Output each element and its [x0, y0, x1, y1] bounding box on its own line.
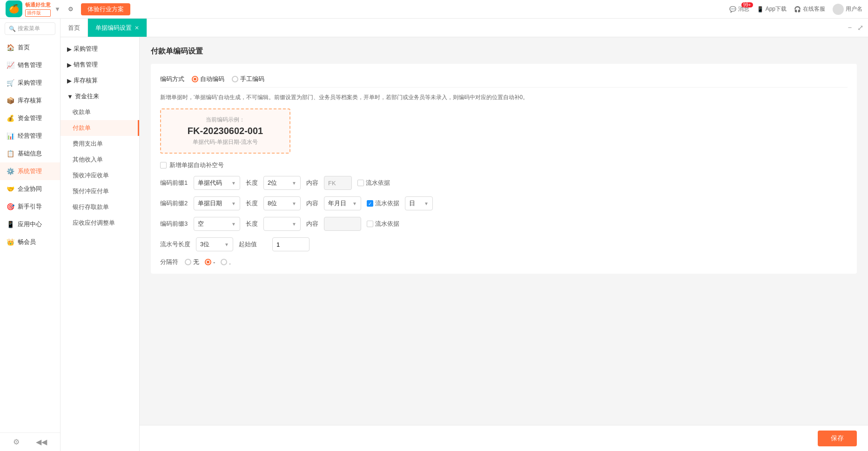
- minimize-icon[interactable]: －: [846, 23, 854, 33]
- search-button[interactable]: 🔍 搜索菜单: [5, 22, 55, 35]
- sidebar-item-bank[interactable]: 银行存取款单: [61, 199, 139, 215]
- sidebar-item-basic[interactable]: 📋 基础信息: [0, 145, 60, 162]
- encoding-radio-group: 自动编码 手工编码: [192, 75, 264, 83]
- prefix2-content-select[interactable]: 年月日 ▼: [324, 196, 361, 210]
- sidebar-item-finance[interactable]: 💰 资金管理: [0, 109, 60, 127]
- prefix1-select[interactable]: 单据代码 ▼: [194, 176, 240, 190]
- prefix3-length-select[interactable]: ▼: [263, 217, 301, 231]
- separator-label: 分隔符: [160, 258, 178, 266]
- trial-button[interactable]: 体验行业方案: [81, 3, 130, 15]
- group-sales-title[interactable]: ▶ 销售管理: [61, 57, 139, 73]
- app-download-button[interactable]: 📱 App下载: [757, 5, 787, 13]
- group-purchase-title[interactable]: ▶ 采购管理: [61, 41, 139, 57]
- collapse-icon[interactable]: ◀◀: [36, 438, 47, 446]
- sep-dash-dot: [205, 259, 211, 265]
- group-arrow-icon: ▶: [67, 61, 72, 68]
- auto-radio[interactable]: 自动编码: [192, 75, 224, 83]
- prefix2-arrow: ▼: [231, 201, 236, 206]
- prefix2-length-select[interactable]: 8位 ▼: [263, 196, 301, 210]
- separator-options: 无 - .: [185, 258, 231, 266]
- sidebar-item-guide[interactable]: 🎯 新手引导: [0, 198, 60, 215]
- sidebar-item-other-income[interactable]: 其他收入单: [61, 152, 139, 168]
- sidebar-item-apps[interactable]: 📱 应用中心: [0, 215, 60, 233]
- sep-none-radio[interactable]: 无: [185, 258, 199, 266]
- prefix1-length-select[interactable]: 2位 ▼: [263, 176, 301, 190]
- sep-dash-radio[interactable]: -: [205, 259, 215, 266]
- save-button[interactable]: 保存: [818, 431, 857, 446]
- sidebar-item-enterprise[interactable]: 🤝 企业协同: [0, 180, 60, 198]
- sep-dot-radio[interactable]: .: [221, 259, 231, 266]
- sidebar-item-advance-pay[interactable]: 预付冲应付单: [61, 183, 139, 199]
- dropdown-arrow[interactable]: ▼: [54, 6, 61, 13]
- auto-radio-label: 自动编码: [200, 75, 224, 83]
- prefix1-serial-label: 流水依据: [366, 179, 390, 187]
- description-text: 新增单据时，'单据编码'自动生成，不可编辑。前缀设置为部门、业务员等档案类，开单…: [160, 93, 848, 102]
- service-icon: 🎧: [794, 6, 801, 13]
- tab-encoding[interactable]: 单据编码设置 ✕: [88, 19, 147, 37]
- start-value-input[interactable]: [272, 237, 310, 251]
- group-sales: ▶ 销售管理: [61, 57, 139, 73]
- group-finance-title[interactable]: ▼ 资金往来: [61, 88, 139, 104]
- sidebar-item-expense[interactable]: 费用支出单: [61, 136, 139, 152]
- prefix2-serial-label: 流水依据: [375, 199, 399, 208]
- manual-radio[interactable]: 手工编码: [232, 75, 264, 83]
- sidebar-item-inventory[interactable]: 📦 库存核算: [0, 92, 60, 109]
- auto-fill-checkbox[interactable]: [160, 162, 167, 168]
- group-label: 销售管理: [74, 61, 98, 69]
- tab-close-icon[interactable]: ✕: [135, 25, 139, 31]
- message-badge: 99+: [741, 2, 753, 7]
- group-inventory-title[interactable]: ▶ 库存核算: [61, 73, 139, 88]
- prefix2-cycle-select[interactable]: 日 ▼: [405, 196, 433, 210]
- bottom-bar: 保存: [140, 425, 868, 451]
- company-name: 畅通好生意: [25, 1, 51, 8]
- prefix3-serial-label: 流水依据: [375, 220, 399, 228]
- sidebar-item-label: 企业协同: [18, 185, 42, 193]
- sidebar-item-home[interactable]: 🏠 首页: [0, 39, 60, 56]
- second-sidebar: ▶ 采购管理 ▶ 销售管理 ▶ 库存核算: [61, 37, 140, 451]
- app-icon: 📱: [757, 6, 764, 13]
- service-button[interactable]: 🎧 在线客服: [794, 5, 825, 13]
- maximize-icon[interactable]: ⤢: [857, 23, 863, 32]
- prefix3-select[interactable]: 空 ▼: [194, 217, 240, 231]
- message-button[interactable]: 💬 消息 99+: [729, 5, 749, 13]
- group-label: 采购管理: [74, 45, 98, 53]
- main-layout: 🔍 搜索菜单 🏠 首页 📈 销售管理 🛒 采购管理 📦 库存核算 💰: [0, 19, 868, 451]
- sidebar-item-label: 库存核算: [18, 96, 42, 105]
- sidebar-item-system[interactable]: ⚙️ 系统管理: [0, 162, 60, 180]
- prefix1-content-input[interactable]: [324, 176, 352, 190]
- sidebar-item-receipt[interactable]: 收款单: [61, 104, 139, 120]
- prefix2-row: 编码前缀2 单据日期 ▼ 长度 8位 ▼ 内容: [160, 196, 848, 210]
- prefix3-serial-checkbox[interactable]: 流水依据: [367, 220, 399, 228]
- prefix3-length-arrow: ▼: [292, 222, 296, 227]
- sidebar-item-payment[interactable]: 付款单: [61, 120, 139, 136]
- member-icon: 👑: [7, 238, 14, 246]
- company-tag: 插件版: [25, 9, 51, 17]
- separator-row: 分隔符 无 -: [160, 258, 848, 266]
- sidebar-bottom: ⚙ ◀◀: [0, 432, 60, 451]
- home-icon: 🏠: [7, 44, 14, 51]
- settings-icon[interactable]: ⚙: [64, 3, 77, 16]
- prefix1-value: 单据代码: [198, 179, 222, 187]
- prefix2-serial-checkbox[interactable]: ✓ 流水依据: [367, 199, 399, 208]
- sidebar-item-advance-recv[interactable]: 预收冲应收单: [61, 168, 139, 183]
- settings-bottom-icon[interactable]: ⚙: [13, 438, 20, 446]
- prefix3-content-input[interactable]: [324, 217, 361, 231]
- left-sidebar: 🔍 搜索菜单 🏠 首页 📈 销售管理 🛒 采购管理 📦 库存核算 💰: [0, 19, 61, 451]
- group-finance: ▼ 资金往来 收款单 付款单 费用支出单 其他收入单 预收冲应收单 预付冲应付单…: [61, 88, 139, 231]
- serial-row: 流水号长度 3位 ▼ 起始值: [160, 237, 848, 251]
- tab-home[interactable]: 首页: [61, 19, 88, 37]
- sidebar-item-sales[interactable]: 📈 销售管理: [0, 56, 60, 74]
- sidebar-item-operations[interactable]: 📊 经营管理: [0, 127, 60, 145]
- prefix3-row: 编码前缀3 空 ▼ 长度 ▼ 内容: [160, 217, 848, 231]
- sidebar-search[interactable]: 🔍 搜索菜单: [0, 19, 60, 39]
- user-area[interactable]: 用户名: [833, 4, 862, 15]
- serial-length-select[interactable]: 3位 ▼: [196, 237, 233, 251]
- prefix2-select[interactable]: 单据日期 ▼: [194, 196, 240, 210]
- search-icon: 🔍: [9, 26, 16, 32]
- sidebar-item-adjustment[interactable]: 应收应付调整单: [61, 215, 139, 231]
- tab-home-label: 首页: [68, 24, 80, 32]
- sidebar-item-member[interactable]: 👑 畅会员: [0, 233, 60, 251]
- prefix1-serial-checkbox[interactable]: 流水依据: [357, 179, 390, 187]
- apps-icon: 📱: [7, 221, 14, 228]
- sidebar-item-purchase[interactable]: 🛒 采购管理: [0, 74, 60, 92]
